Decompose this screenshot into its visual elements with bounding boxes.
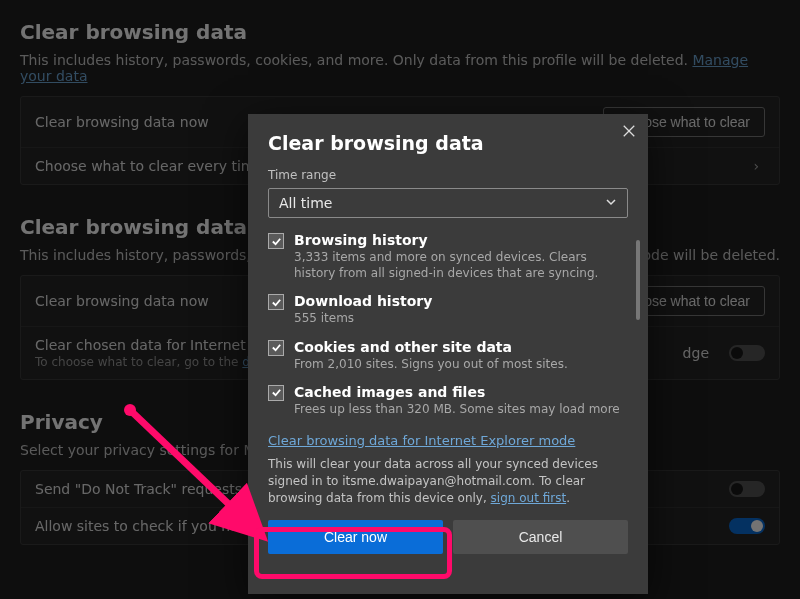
sync-note: This will clear your data across all you… — [268, 456, 628, 506]
data-type-list: Browsing history 3,333 items and more on… — [268, 232, 628, 429]
checkbox-cookies[interactable] — [268, 340, 284, 356]
close-icon[interactable] — [622, 124, 636, 141]
item-title: Cookies and other site data — [294, 339, 568, 355]
list-item: Cached images and files Frees up less th… — [268, 384, 628, 417]
item-sub: 555 items — [294, 310, 432, 326]
item-sub: Frees up less than 320 MB. Some sites ma… — [294, 401, 620, 417]
list-item: Download history 555 items — [268, 293, 628, 326]
time-range-value: All time — [279, 195, 332, 211]
time-range-select[interactable]: All time — [268, 188, 628, 218]
sign-out-first-link[interactable]: sign out first — [491, 491, 567, 505]
list-item: Cookies and other site data From 2,010 s… — [268, 339, 628, 372]
list-item: Browsing history 3,333 items and more on… — [268, 232, 628, 281]
item-sub: From 2,010 sites. Signs you out of most … — [294, 356, 568, 372]
time-range-label: Time range — [268, 168, 628, 182]
chevron-down-icon — [605, 195, 617, 211]
item-title: Cached images and files — [294, 384, 620, 400]
item-sub: 3,333 items and more on synced devices. … — [294, 249, 628, 281]
dialog-title: Clear browsing data — [268, 132, 628, 154]
clear-ie-mode-link[interactable]: Clear browsing data for Internet Explore… — [268, 433, 628, 448]
cancel-button[interactable]: Cancel — [453, 520, 628, 554]
scrollbar-thumb[interactable] — [636, 240, 640, 320]
checkbox-browsing-history[interactable] — [268, 233, 284, 249]
sync-note-suffix: . — [566, 491, 570, 505]
clear-browsing-data-dialog: Clear browsing data Time range All time … — [248, 114, 648, 594]
checkbox-download-history[interactable] — [268, 294, 284, 310]
clear-now-button[interactable]: Clear now — [268, 520, 443, 554]
checkbox-cache[interactable] — [268, 385, 284, 401]
item-title: Browsing history — [294, 232, 628, 248]
dialog-button-row: Clear now Cancel — [268, 520, 628, 554]
item-title: Download history — [294, 293, 432, 309]
